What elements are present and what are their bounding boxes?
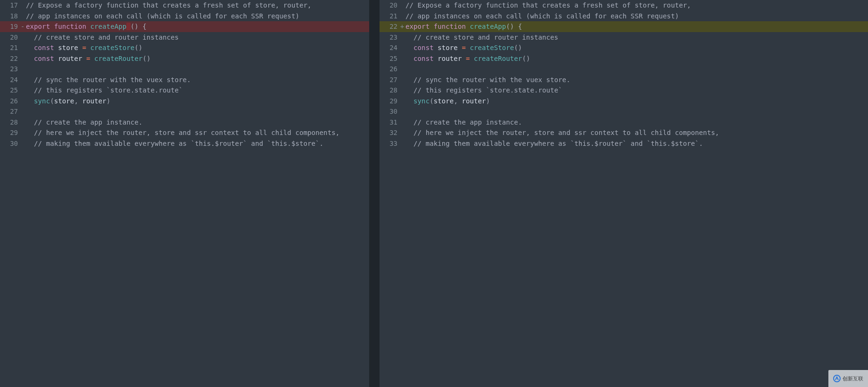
code-row[interactable]: 27 [0,106,369,117]
line-number: 18 [0,11,20,22]
code-row[interactable]: 24 const store = createStore() [380,42,868,53]
line-number: 26 [380,64,400,75]
code-row[interactable]: 31 // create the app instance. [380,117,868,128]
code-row[interactable]: 28 // this registers `store.state.route` [380,85,868,96]
line-number: 17 [0,0,20,11]
line-number: 27 [380,75,400,85]
diff-marker [400,32,405,43]
code-content: // Expose a factory function that create… [405,0,868,11]
code-row[interactable]: 29 // here we inject the router, store a… [0,127,369,138]
code-content: // this registers `store.state.route` [405,85,868,96]
diff-marker [20,64,25,75]
diff-pane-left[interactable]: 17// Expose a factory function that crea… [0,0,369,387]
code-content: sync(store, router) [25,96,369,107]
diff-marker [400,117,405,128]
code-row[interactable]: 22 const router = createRouter() [0,53,369,64]
code-row[interactable]: 29 sync(store, router) [380,96,868,107]
code-content: // app instances on each call (which is … [405,11,868,22]
diff-view: 17// Expose a factory function that crea… [0,0,868,387]
diff-marker [20,106,25,117]
diff-marker [400,11,405,22]
line-number: 21 [380,11,400,22]
code-row[interactable]: 19-export function createApp () { [0,21,369,32]
diff-marker [20,75,25,85]
code-row[interactable]: 26 sync(store, router) [0,96,369,107]
line-number: 21 [0,42,20,53]
code-row[interactable]: 28 // create the app instance. [0,117,369,128]
diff-marker [20,138,25,149]
code-content: // create the app instance. [405,117,868,128]
code-content: // sync the router with the vuex store. [405,75,868,85]
code-content: // this registers `store.state.route` [25,85,369,96]
line-number: 19 [0,21,20,32]
diff-marker [400,0,405,11]
line-number: 25 [0,85,20,96]
line-number: 31 [380,117,400,128]
code-row[interactable]: 30 // making them available everywhere a… [0,138,369,149]
diff-pane-right[interactable]: 20// Expose a factory function that crea… [380,0,868,387]
watermark-label: 创新互联 [843,375,863,382]
code-content: // here we inject the router, store and … [405,127,868,138]
code-row[interactable]: 17// Expose a factory function that crea… [0,0,369,11]
code-row[interactable]: 18// app instances on each call (which i… [0,11,369,22]
code-row[interactable]: 33 // making them available everywhere a… [380,138,868,149]
line-number: 27 [0,106,20,117]
code-content [25,64,369,75]
code-content: // making them available everywhere as `… [25,138,369,149]
line-number: 28 [0,117,20,128]
diff-marker: - [20,21,25,32]
diff-marker [400,96,405,107]
line-number: 30 [380,106,400,117]
code-content [405,106,868,117]
line-number: 20 [0,32,20,43]
diff-marker [400,138,405,149]
code-content: sync(store, router) [405,96,868,107]
line-number: 24 [0,75,20,85]
code-row[interactable]: 21// app instances on each call (which i… [380,11,868,22]
code-row[interactable]: 30 [380,106,868,117]
code-row[interactable]: 24 // sync the router with the vuex stor… [0,75,369,85]
line-number: 29 [380,96,400,107]
code-row[interactable]: 21 const store = createStore() [0,42,369,53]
code-content: export function createApp() { [405,21,868,32]
line-number: 20 [380,0,400,11]
diff-marker [20,96,25,107]
code-content: const router = createRouter() [405,53,868,64]
line-number: 25 [380,53,400,64]
diff-marker [400,42,405,53]
code-row[interactable]: 25 // this registers `store.state.route` [0,85,369,96]
diff-marker [20,53,25,64]
pane-divider[interactable] [369,0,380,387]
code-content: // app instances on each call (which is … [25,11,369,22]
diff-marker [20,0,25,11]
code-content [25,106,369,117]
code-row[interactable]: 20// Expose a factory function that crea… [380,0,868,11]
diff-marker [20,11,25,22]
line-number: 23 [380,32,400,43]
code-row[interactable]: 26 [380,64,868,75]
code-content: const store = createStore() [405,42,868,53]
line-number: 22 [0,53,20,64]
diff-marker [20,32,25,43]
diff-marker [20,42,25,53]
code-row[interactable]: 23 [0,64,369,75]
code-row[interactable]: 32 // here we inject the router, store a… [380,127,868,138]
code-row[interactable]: 25 const router = createRouter() [380,53,868,64]
line-number: 32 [380,127,400,138]
code-row[interactable]: 20 // create store and router instances [0,32,369,43]
code-row[interactable]: 27 // sync the router with the vuex stor… [380,75,868,85]
code-content: // create store and router instances [25,32,369,43]
code-content: // sync the router with the vuex store. [25,75,369,85]
watermark-icon [833,375,841,382]
code-content: const router = createRouter() [25,53,369,64]
diff-marker [20,127,25,138]
line-number: 26 [0,96,20,107]
line-number: 33 [380,138,400,149]
diff-marker [400,64,405,75]
diff-marker [400,106,405,117]
code-row[interactable]: 22+export function createApp() { [380,21,868,32]
code-content: // here we inject the router, store and … [25,127,369,138]
watermark-badge: 创新互联 [828,370,868,387]
code-row[interactable]: 23 // create store and router instances [380,32,868,43]
code-content: // making them available everywhere as `… [405,138,868,149]
